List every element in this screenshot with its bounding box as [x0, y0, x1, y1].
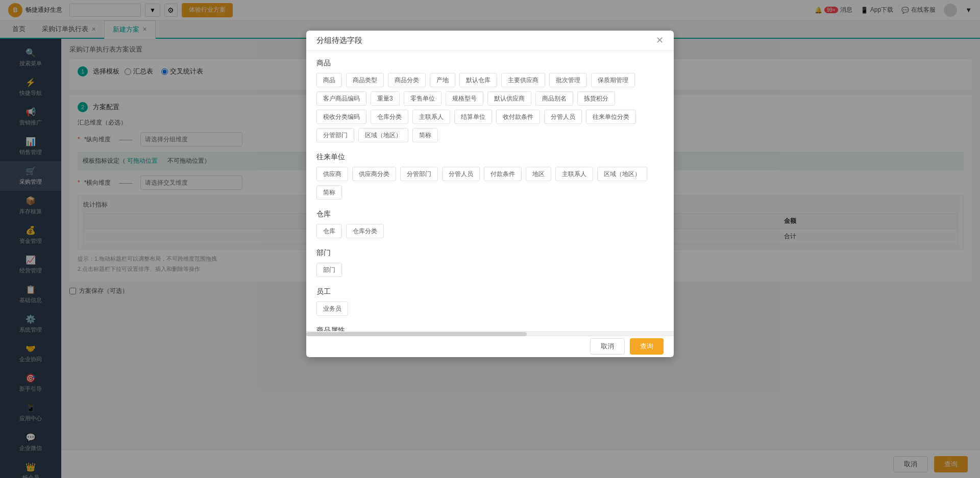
field-tag[interactable]: 部门 — [316, 263, 342, 277]
field-tag[interactable]: 仓库 — [316, 224, 342, 238]
field-tag[interactable]: 保质期管理 — [591, 73, 635, 87]
partner-field-tags: 供应商 供应商分类 分管部门 分管人员 付款条件 地区 主联系人 区域（地区） … — [316, 167, 664, 199]
field-tag[interactable]: 结算单位 — [454, 110, 492, 124]
field-tag[interactable]: 商品别名 — [535, 91, 573, 106]
modal-hscroll-thumb — [306, 332, 527, 336]
field-tag[interactable]: 分管部门 — [316, 128, 354, 142]
field-tag[interactable]: 付款条件 — [484, 167, 522, 181]
field-tag[interactable]: 供应商 — [316, 167, 348, 181]
field-tag[interactable]: 主联系人 — [555, 167, 593, 181]
department-field-tags: 部门 — [316, 263, 664, 277]
modal-dialog: 分组待选字段 ✕ 商品 商品 商品类型 商品分类 产地 默认仓库 主要供应商 批… — [306, 31, 674, 357]
field-tag[interactable]: 默认仓库 — [459, 73, 497, 87]
field-tag[interactable]: 仓库分类 — [346, 224, 384, 238]
field-tag[interactable]: 简称 — [412, 128, 438, 142]
section-partner-title: 往来单位 — [316, 153, 664, 162]
section-goods-attr: 商品属性 属性 颜色 多规格 尺码 鞋码 1 — [316, 326, 664, 331]
field-tag[interactable]: 默认供应商 — [487, 91, 531, 106]
field-tag[interactable]: 仓库分类 — [371, 110, 408, 124]
field-tag[interactable]: 分管人员 — [442, 167, 480, 181]
modal-header: 分组待选字段 ✕ — [306, 31, 674, 51]
section-warehouse: 仓库 仓库 仓库分类 — [316, 210, 664, 238]
section-employee: 员工 业务员 — [316, 287, 664, 316]
goods-field-tags: 商品 商品类型 商品分类 产地 默认仓库 主要供应商 批次管理 保质期管理 客户… — [316, 73, 664, 142]
field-tag[interactable]: 业务员 — [316, 301, 348, 316]
field-tag[interactable]: 批次管理 — [549, 73, 587, 87]
field-tag[interactable]: 零售单位 — [404, 91, 442, 106]
field-tag[interactable]: 商品 — [316, 73, 342, 87]
section-goods-title: 商品 — [316, 59, 664, 68]
field-tag[interactable]: 收付款条件 — [496, 110, 540, 124]
field-tag[interactable]: 简称 — [316, 185, 342, 199]
modal-close-button[interactable]: ✕ — [656, 36, 664, 45]
modal-cancel-button[interactable]: 取消 — [590, 338, 625, 355]
section-goods: 商品 商品 商品类型 商品分类 产地 默认仓库 主要供应商 批次管理 保质期管理… — [316, 59, 664, 142]
modal-title: 分组待选字段 — [316, 36, 362, 45]
field-tag[interactable]: 拣货积分 — [577, 91, 615, 106]
field-tag[interactable]: 区域（地区） — [358, 128, 408, 142]
modal-overlay[interactable]: 分组待选字段 ✕ 商品 商品 商品类型 商品分类 产地 默认仓库 主要供应商 批… — [0, 0, 980, 478]
modal-footer: 取消 查询 — [306, 336, 674, 357]
field-tag[interactable]: 商品类型 — [346, 73, 384, 87]
field-tag[interactable]: 商品分类 — [388, 73, 426, 87]
section-department-title: 部门 — [316, 248, 664, 258]
modal-confirm-button[interactable]: 查询 — [630, 338, 664, 355]
field-tag[interactable]: 分管人员 — [544, 110, 582, 124]
field-tag[interactable]: 地区 — [526, 167, 551, 181]
field-tag[interactable]: 往来单位分类 — [586, 110, 636, 124]
modal-body[interactable]: 商品 商品 商品类型 商品分类 产地 默认仓库 主要供应商 批次管理 保质期管理… — [306, 51, 674, 331]
field-tag[interactable]: 主联系人 — [412, 110, 450, 124]
field-tag[interactable]: 主要供应商 — [501, 73, 545, 87]
field-tag[interactable]: 供应商分类 — [352, 167, 396, 181]
field-tag[interactable]: 重量3 — [371, 91, 400, 106]
section-goods-attr-title: 商品属性 — [316, 326, 664, 331]
field-tag[interactable]: 税收分类编码 — [316, 110, 366, 124]
section-department: 部门 部门 — [316, 248, 664, 277]
section-warehouse-title: 仓库 — [316, 210, 664, 219]
field-tag[interactable]: 规格型号 — [446, 91, 483, 106]
section-partner: 往来单位 供应商 供应商分类 分管部门 分管人员 付款条件 地区 主联系人 区域… — [316, 153, 664, 199]
field-tag[interactable]: 产地 — [430, 73, 455, 87]
field-tag[interactable]: 区域（地区） — [597, 167, 647, 181]
warehouse-field-tags: 仓库 仓库分类 — [316, 224, 664, 238]
section-employee-title: 员工 — [316, 287, 664, 296]
field-tag[interactable]: 分管部门 — [400, 167, 438, 181]
modal-horizontal-scrollbar[interactable] — [306, 331, 674, 335]
field-tag[interactable]: 客户商品编码 — [316, 91, 366, 106]
employee-field-tags: 业务员 — [316, 301, 664, 316]
